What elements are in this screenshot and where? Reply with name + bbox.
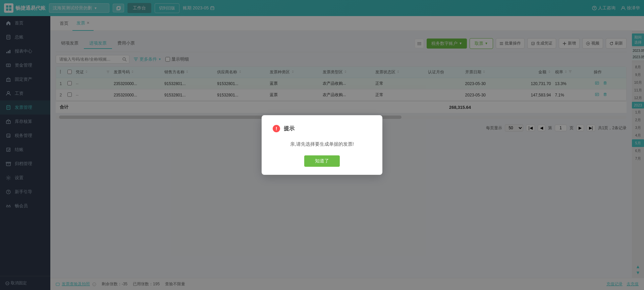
modal-title: 提示 — [284, 125, 294, 132]
modal-footer: 知道了 — [272, 155, 372, 167]
modal-body: 亲,请先选择要生成单据的发票! — [272, 139, 372, 155]
modal-confirm-button[interactable]: 知道了 — [304, 155, 340, 167]
svg-text:!: ! — [276, 126, 277, 131]
modal-box: ! 提示 亲,请先选择要生成单据的发票! 知道了 — [262, 115, 382, 175]
modal-header: ! 提示 — [272, 125, 372, 133]
warning-icon: ! — [272, 125, 280, 133]
modal-overlay: ! 提示 亲,请先选择要生成单据的发票! 知道了 — [0, 0, 644, 290]
